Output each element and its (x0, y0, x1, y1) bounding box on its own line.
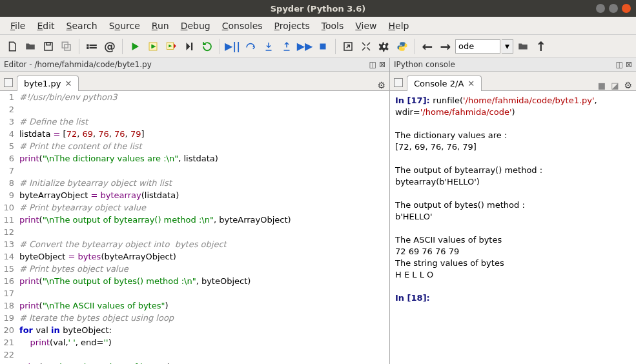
tab-close-icon[interactable]: ✕ (65, 79, 72, 88)
menu-help[interactable]: Help (384, 19, 415, 33)
python-path-icon[interactable] (394, 38, 411, 55)
pane-close-icon[interactable]: ⊠ (626, 60, 632, 69)
run-selection-icon[interactable] (181, 38, 198, 55)
editor-tab-label: byte1.py (24, 79, 61, 88)
window-title: Spyder (Python 3.6) (271, 4, 366, 14)
editor-pane-title: Editor - /home/fahmida/code/byte1.py (4, 60, 152, 69)
save-all-icon[interactable] (58, 38, 75, 55)
menu-source[interactable]: Source (104, 19, 145, 33)
svg-rect-1 (46, 43, 50, 45)
pane-close-icon[interactable]: ⊠ (379, 60, 385, 69)
menu-file[interactable]: File (5, 19, 30, 33)
rerun-icon[interactable] (199, 38, 216, 55)
tab-close-icon[interactable]: ✕ (467, 79, 475, 88)
run-cell-advance-icon[interactable] (163, 38, 180, 55)
debug-start-icon[interactable]: ▶|| (224, 38, 241, 55)
svg-rect-6 (320, 43, 326, 49)
new-file-icon[interactable] (4, 38, 21, 55)
menu-bar: File Edit Search Source Run Debug Consol… (0, 17, 636, 35)
maximize-pane-icon[interactable] (340, 38, 356, 55)
pane-dock-icon[interactable]: ◫ (369, 60, 376, 69)
at-icon[interactable]: @ (101, 38, 118, 55)
console-tab[interactable]: Console 2/A ✕ (407, 76, 482, 91)
stop-icon[interactable] (314, 38, 331, 55)
parent-dir-icon[interactable]: ↑ (533, 38, 549, 55)
menu-projects[interactable]: Projects (269, 19, 315, 33)
fullscreen-icon[interactable] (358, 38, 374, 55)
menu-edit[interactable]: Edit (32, 19, 59, 33)
step-into-icon[interactable] (260, 38, 277, 55)
main-toolbar: ≔ @ ▶|| ▶▶ ← → ▼ ↑ (0, 35, 636, 58)
continue-icon[interactable]: ▶▶ (296, 38, 313, 55)
editor-tab-byte1[interactable]: byte1.py ✕ (17, 76, 79, 91)
list-icon[interactable]: ≔ (83, 38, 100, 55)
menu-tools[interactable]: Tools (316, 19, 349, 33)
back-icon[interactable]: ← (419, 38, 436, 55)
step-over-icon[interactable] (242, 38, 259, 55)
window-close-icon[interactable] (622, 4, 631, 13)
clear-console-icon[interactable]: ◪ (611, 81, 619, 90)
working-dir-input[interactable] (455, 39, 500, 54)
ipython-console[interactable]: In [17]: runfile('/home/fahmida/code/byt… (390, 91, 636, 364)
editor-options-icon[interactable]: ⚙ (377, 80, 385, 90)
svg-point-8 (383, 45, 386, 48)
code-editor[interactable]: 1#!/usr/bin/env python3 2 3# Define the … (0, 91, 389, 364)
run-icon[interactable] (127, 38, 143, 55)
window-maximize-icon[interactable] (609, 4, 618, 13)
window-titlebar: Spyder (Python 3.6) (0, 0, 636, 17)
pane-dock-icon[interactable]: ◫ (616, 60, 623, 69)
console-list-icon[interactable] (394, 78, 403, 87)
preferences-icon[interactable] (376, 38, 393, 55)
window-minimize-icon[interactable] (596, 4, 605, 13)
editor-pane: Editor - /home/fahmida/code/byte1.py ◫⊠ … (0, 58, 390, 364)
stop-console-icon[interactable]: ■ (598, 81, 606, 90)
step-out-icon[interactable] (278, 38, 295, 55)
menu-debug[interactable]: Debug (176, 19, 216, 33)
file-list-icon[interactable] (4, 78, 13, 87)
console-pane: IPython console ◫⊠ Console 2/A ✕ ■ ◪ ⚙ I… (390, 58, 636, 364)
open-file-icon[interactable] (22, 38, 39, 55)
save-icon[interactable] (40, 38, 57, 55)
menu-consoles[interactable]: Consoles (217, 19, 268, 33)
menu-view[interactable]: View (350, 19, 382, 33)
console-options-icon[interactable]: ⚙ (624, 80, 632, 90)
console-pane-title: IPython console (394, 60, 455, 69)
svg-rect-0 (45, 43, 52, 50)
menu-search[interactable]: Search (61, 19, 103, 33)
browse-dir-icon[interactable] (515, 38, 531, 55)
menu-run[interactable]: Run (147, 19, 174, 33)
console-tab-label: Console 2/A (414, 79, 464, 88)
run-cell-icon[interactable] (145, 38, 161, 55)
working-dir-dropdown-icon[interactable]: ▼ (502, 39, 513, 54)
forward-icon[interactable]: → (437, 38, 454, 55)
